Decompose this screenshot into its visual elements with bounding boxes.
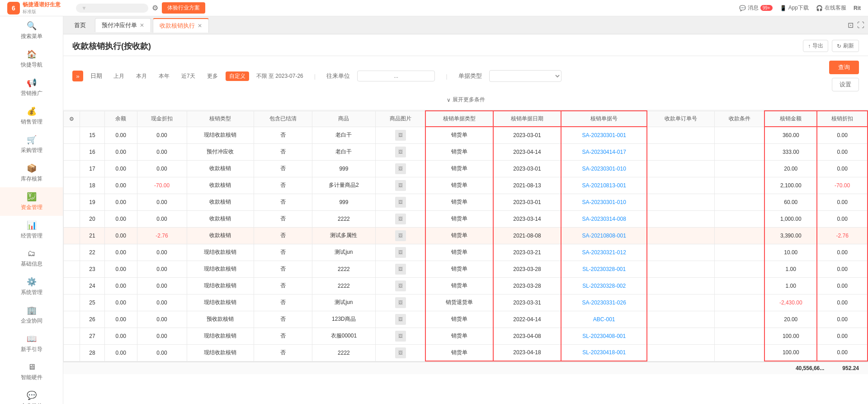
sidebar-item-operations[interactable]: 📊 经营管理 <box>0 216 63 244</box>
sidebar-item-enterprise[interactable]: 🏢 企业协同 <box>0 301 63 329</box>
from-unit-input[interactable] <box>357 71 435 81</box>
custom-date-btn[interactable]: 自定义 <box>226 71 249 81</box>
bill-no-link[interactable]: SA-20230301-010 <box>582 199 626 205</box>
building-icon: 🏢 <box>27 305 37 315</box>
filter-arrow-btn[interactable]: » <box>72 71 83 81</box>
td-receipt-order-no <box>647 143 714 160</box>
settings-button[interactable]: 设置 <box>832 78 859 91</box>
bill-no-link[interactable]: SA-20230301-001 <box>582 132 626 138</box>
td-goods-image: 🖼 <box>375 160 425 177</box>
tab-prepay[interactable]: 预付冲应付单 ✕ <box>95 18 151 32</box>
tab-restore-btn[interactable]: ⊡ <box>848 21 854 29</box>
tab-maximize-btn[interactable]: ⛶ <box>857 21 864 29</box>
td-writeoff-amount: 10.00 <box>764 244 817 261</box>
td-bill-type: 销货单 <box>425 143 493 160</box>
td-receipt-condition <box>714 227 764 244</box>
td-cash-discount: -70.00 <box>137 177 187 194</box>
last-month-btn[interactable]: 上月 <box>109 71 128 81</box>
td-bill-date: 2023-03-14 <box>493 210 561 227</box>
sidebar-item-search[interactable]: 🔍 搜索菜单 <box>0 16 63 45</box>
bill-no-link[interactable]: SL-20230408-001 <box>582 333 626 339</box>
bill-no-link[interactable]: ABC-001 <box>593 316 615 323</box>
tab-home[interactable]: 首页 <box>67 19 93 32</box>
sidebar-item-inventory[interactable]: 📦 库存核算 <box>0 159 63 187</box>
tab-close-prepay[interactable]: ✕ <box>140 22 144 29</box>
th-include-settled: 包含已结清 <box>254 111 312 127</box>
user-name[interactable]: Rit <box>854 5 861 11</box>
bill-no-link[interactable]: SA-20230331-026 <box>582 299 626 306</box>
table-row: 24 0.00 0.00 现结收款核销 否 2222 🖼 销货单 2023-03… <box>64 277 868 294</box>
td-settings <box>64 227 80 244</box>
bill-no-link[interactable]: SA-20230314-008 <box>582 216 626 222</box>
sidebar-item-system[interactable]: ⚙️ 系统管理 <box>0 272 63 301</box>
td-include-settled: 否 <box>254 194 312 210</box>
sidebar-item-basic[interactable]: 🗂 基础信息 <box>0 244 63 272</box>
td-writeoff-amount: 1.00 <box>764 261 817 277</box>
td-receipt-condition <box>714 344 764 361</box>
bill-no-link[interactable]: SA-20210808-001 <box>582 233 626 239</box>
more-date-btn[interactable]: 更多 <box>203 71 222 81</box>
td-settings <box>64 328 80 344</box>
online-service-btn[interactable]: 🎧 在线客服 <box>816 4 846 12</box>
table-row: 17 0.00 0.00 收款核销 否 999 🖼 销货单 2023-03-01… <box>64 160 868 177</box>
th-goods-image: 商品图片 <box>375 111 425 127</box>
td-bill-date: 2023-03-01 <box>493 160 561 177</box>
sidebar-item-shortcut[interactable]: 🏠 快捷导航 <box>0 45 63 73</box>
export-button[interactable]: ↑ 导出 <box>803 40 828 52</box>
th-goods: 商品 <box>312 111 376 127</box>
sidebar-item-sales[interactable]: 💰 销售管理 <box>0 102 63 130</box>
td-receipt-condition <box>714 244 764 261</box>
td-balance: 0.00 <box>104 328 137 344</box>
refresh-button[interactable]: ↻ 刷新 <box>832 40 859 52</box>
bill-no-link[interactable]: SL-20230418-001 <box>582 349 626 356</box>
sidebar-item-guide[interactable]: 📖 新手引导 <box>0 329 63 358</box>
gear-icon[interactable]: ⚙ <box>152 4 158 12</box>
th-settings[interactable]: ⚙ <box>64 111 80 127</box>
bill-type-select[interactable] <box>489 70 561 82</box>
bill-no-link[interactable]: SA-20230321-012 <box>582 249 626 256</box>
td-settings <box>64 177 80 194</box>
sidebar-item-hardware[interactable]: 🖥 智能硬件 <box>0 358 63 386</box>
notification-btn[interactable]: 💬 消息 99+ <box>739 4 773 12</box>
bill-no-link[interactable]: SA-20230301-010 <box>582 166 626 172</box>
td-settings <box>64 294 80 311</box>
bill-no-link[interactable]: SL-20230328-002 <box>582 283 626 289</box>
sidebar-item-label: 企业协同 <box>21 317 42 325</box>
td-bill-no: SA-20230314-008 <box>561 210 647 227</box>
query-button[interactable]: 查询 <box>829 61 859 74</box>
td-goods: 2222 <box>312 277 376 294</box>
trial-button[interactable]: 体验行业方案 <box>162 2 205 14</box>
tab-receipt[interactable]: 收款核销执行 ✕ <box>153 18 209 33</box>
last-7days-btn[interactable]: 近7天 <box>177 71 199 81</box>
this-year-btn[interactable]: 本年 <box>155 71 174 81</box>
table-row: 20 0.00 0.00 收款核销 否 2222 🖼 销货单 2023-03-1… <box>64 210 868 227</box>
sidebar-item-funds[interactable]: 💹 资金管理 <box>0 187 63 216</box>
td-writeoff-discount: 0.00 <box>817 328 868 344</box>
sidebar-item-wechat[interactable]: 💬 企业微信 <box>0 386 63 404</box>
bill-no-link[interactable]: SA-20230414-017 <box>582 149 626 155</box>
cart-icon: 🛒 <box>27 135 37 145</box>
td-writeoff-discount: 0.00 <box>817 160 868 177</box>
bill-no-link[interactable]: SA-20210813-001 <box>582 182 626 189</box>
td-writeoff-amount: 100.00 <box>764 344 817 361</box>
this-month-btn[interactable]: 本月 <box>132 71 151 81</box>
td-writeoff-type: 现结收款核销 <box>187 294 254 311</box>
td-receipt-order-no <box>647 294 714 311</box>
td-goods: 2222 <box>312 210 376 227</box>
sidebar: 🔍 搜索菜单 🏠 快捷导航 📢 营销推广 💰 销售管理 🛒 采购管理 📦 库存核… <box>0 16 63 404</box>
sidebar-item-marketing[interactable]: 📢 营销推广 <box>0 73 63 102</box>
bill-no-link[interactable]: SL-20230328-001 <box>582 266 626 272</box>
td-writeoff-type: 现结收款核销 <box>187 127 254 143</box>
th-writeoff-amount: 核销金额 <box>764 111 817 127</box>
expand-more-btn[interactable]: ∨ 展开更多条件 <box>72 94 859 105</box>
th-row-num <box>80 111 105 127</box>
td-balance: 0.00 <box>104 177 137 194</box>
footer-amount: 40,556,66... <box>796 365 824 371</box>
app-download-btn[interactable]: 📱 App下载 <box>780 4 809 12</box>
sidebar-item-purchase[interactable]: 🛒 采购管理 <box>0 130 63 159</box>
td-bill-date: 2023-03-31 <box>493 294 561 311</box>
tab-close-receipt[interactable]: ✕ <box>198 23 202 29</box>
td-bill-no: ABC-001 <box>561 311 647 328</box>
td-writeoff-type: 收款核销 <box>187 227 254 244</box>
td-goods-image: 🖼 <box>375 143 425 160</box>
